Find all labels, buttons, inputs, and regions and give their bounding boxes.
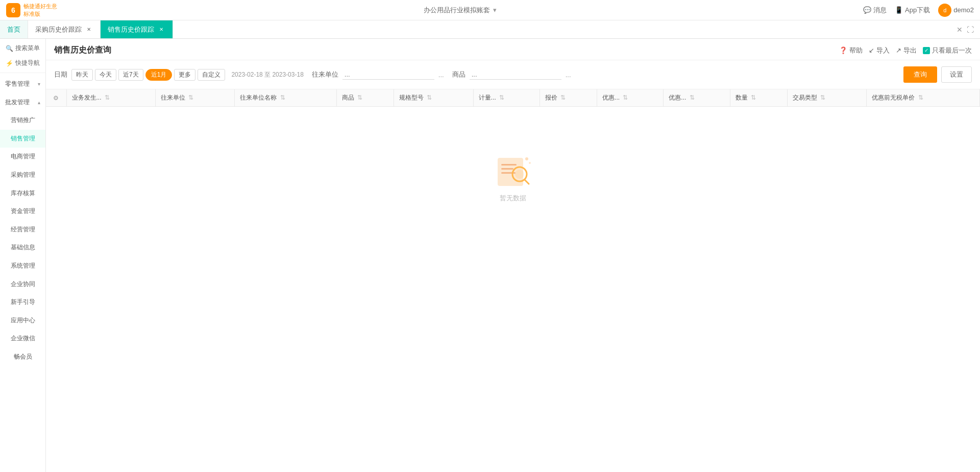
col-pre-tax-price[interactable]: 优惠前无税单价 ⇅ [867,89,980,107]
tab-sales-history[interactable]: 销售历史价跟踪 ✕ [101,20,173,38]
col-quote[interactable]: 报价 ⇅ [540,89,597,107]
maximize-button[interactable]: ⛶ [967,26,974,34]
tab-purchase-history-label: 采购历史价跟踪 [35,25,82,34]
date-btn-1month[interactable]: 近1月 [145,69,173,81]
sidebar-item-finance[interactable]: 资金管理 [0,202,45,221]
svg-rect-2 [501,168,513,170]
sidebar: 🔍 搜索菜单 ⚡ 快捷导航 零售管理 ▾ 批发管理 ▴ 营销推广 销售管理 电商… [0,39,46,472]
partner-more-icon[interactable]: ... [438,71,444,79]
col-spec[interactable]: 规格型号 ⇅ [394,89,474,107]
empty-state-text: 暂无数据 [500,194,526,203]
app-selector[interactable]: 办公用品行业模拟账套 ▾ [424,6,497,15]
sidebar-item-purchase[interactable]: 采购管理 [0,166,45,184]
col-discount2[interactable]: 优惠... ⇅ [664,89,730,107]
sidebar-item-guide[interactable]: 新手引导 [0,293,45,312]
svg-point-8 [529,162,531,164]
export-icon: ↗ [896,46,901,54]
tab-sales-history-close[interactable]: ✕ [157,26,165,34]
col-biz-date[interactable]: 业务发生... ⇅ [66,89,155,107]
sidebar-item-ecommerce[interactable]: 电商管理 [0,148,45,166]
gear-icon[interactable]: ⚙ [53,95,59,102]
sidebar-item-retail[interactable]: 零售管理 ▾ [0,75,45,93]
date-btn-yesterday[interactable]: 昨天 [71,69,93,81]
empty-state: 暂无数据 [46,107,980,244]
logo-text: 畅捷通好生意 标准版 [23,3,57,17]
col-product[interactable]: 商品 ⇅ [337,89,394,107]
sidebar-item-wechat[interactable]: 企业微信 [0,329,45,348]
date-btn-today[interactable]: 今天 [95,69,116,81]
help-icon: ❓ [839,46,847,54]
sort-arrows-spec: ⇅ [427,94,432,101]
help-button[interactable]: ❓ 帮助 [839,46,863,55]
content-area: 销售历史价查询 ❓ 帮助 ↙ 导入 ↗ 导出 ✓ [46,39,980,472]
date-btn-more[interactable]: 更多 [174,69,195,81]
app-download-button[interactable]: 📱 App下载 [895,6,930,15]
import-button[interactable]: ↙ 导入 [869,46,890,55]
sidebar-item-enterprise[interactable]: 企业协同 [0,275,45,294]
sidebar-item-basic[interactable]: 基础信息 [0,239,45,257]
tab-home[interactable]: 首页 [0,20,28,38]
product-filter-input[interactable] [470,69,561,80]
date-btn-custom[interactable]: 自定义 [198,69,225,81]
export-button[interactable]: ↗ 导出 [896,46,917,55]
partner-filter-group: 往来单位 ... [312,69,444,80]
sidebar-item-wholesale[interactable]: 批发管理 ▴ [0,93,45,112]
sort-arrows-pre-tax-price: ⇅ [918,94,923,101]
wholesale-collapse-icon: ▴ [38,100,40,105]
svg-point-5 [515,170,524,179]
product-filter-label: 商品 [452,70,465,79]
sidebar-item-sales[interactable]: 销售管理 [0,130,45,148]
col-partner-code[interactable]: 往来单位 ⇅ [155,89,235,107]
sort-arrows-biz-date: ⇅ [105,94,110,101]
quick-nav-icon: ⚡ [6,60,13,67]
avatar: d [938,4,951,17]
empty-row: 暂无数据 [46,107,980,244]
sort-arrows-partner-code: ⇅ [188,94,193,101]
chat-icon: 💬 [863,6,871,14]
col-discount1[interactable]: 优惠... ⇅ [597,89,664,107]
checkbox-checked-icon: ✓ [923,47,930,54]
sidebar-item-member[interactable]: 畅会员 [0,348,45,366]
page-header: 销售历史价查询 ❓ 帮助 ↙ 导入 ↗ 导出 ✓ [46,39,980,60]
tab-purchase-history[interactable]: 采购历史价跟踪 ✕ [28,20,101,38]
app-selector-dropdown-icon[interactable]: ▾ [493,6,497,14]
date-filter-group: 日期 昨天 今天 近7天 近1月 更多 自定义 2023-02-18 至 202… [54,69,304,81]
tab-home-label: 首页 [7,25,20,34]
only-last-once-checkbox[interactable]: ✓ 只看最后一次 [923,46,972,55]
close-all-tabs-button[interactable]: ✕ [957,26,963,34]
data-table: ⚙ 业务发生... ⇅ 往来单位 ⇅ 往来单位名称 [46,89,980,244]
partner-filter-input[interactable] [342,69,434,80]
sidebar-item-inventory[interactable]: 库存核算 [0,184,45,203]
sidebar-item-marketing[interactable]: 营销推广 [0,111,45,130]
query-button[interactable]: 查询 [903,66,937,83]
sort-arrows-partner-name: ⇅ [280,94,285,101]
col-trade-type[interactable]: 交易类型 ⇅ [787,89,867,107]
main-layout: 🔍 搜索菜单 ⚡ 快捷导航 零售管理 ▾ 批发管理 ▴ 营销推广 销售管理 电商… [0,39,980,472]
date-filter-label: 日期 [54,70,67,79]
tab-purchase-history-close[interactable]: ✕ [85,26,93,34]
sort-arrows-trade-type: ⇅ [820,94,825,101]
svg-line-6 [525,180,529,184]
chat-button[interactable]: 💬 消息 [863,6,887,15]
user-area[interactable]: d demo2 [938,4,974,17]
col-unit[interactable]: 计量... ⇅ [473,89,540,107]
logo-area: 6 畅捷通好生意 标准版 [6,3,57,17]
page-wrapper: 销售历史价查询 ❓ 帮助 ↙ 导入 ↗ 导出 ✓ [46,39,980,472]
sidebar-quick-nav[interactable]: ⚡ 快捷导航 [0,56,45,70]
sort-arrows-quantity: ⇅ [751,94,756,101]
col-quantity[interactable]: 数量 ⇅ [730,89,787,107]
empty-illustration [490,148,536,194]
setting-button[interactable]: 设置 [941,66,972,83]
product-filter-group: 商品 ... [452,69,571,80]
col-partner-name[interactable]: 往来单位名称 ⇅ [235,89,337,107]
tab-sales-history-label: 销售历史价跟踪 [108,25,154,34]
sidebar-item-apps[interactable]: 应用中心 [0,312,45,330]
col-settings[interactable]: ⚙ [46,89,66,107]
sort-arrows-quote: ⇅ [560,94,566,101]
date-btn-7days[interactable]: 近7天 [118,69,143,81]
product-more-icon[interactable]: ... [566,71,571,79]
partner-filter-label: 往来单位 [312,70,338,79]
sidebar-item-system[interactable]: 系统管理 [0,257,45,275]
sidebar-item-operation[interactable]: 经营管理 [0,221,45,239]
sidebar-search[interactable]: 🔍 搜索菜单 [0,39,45,56]
